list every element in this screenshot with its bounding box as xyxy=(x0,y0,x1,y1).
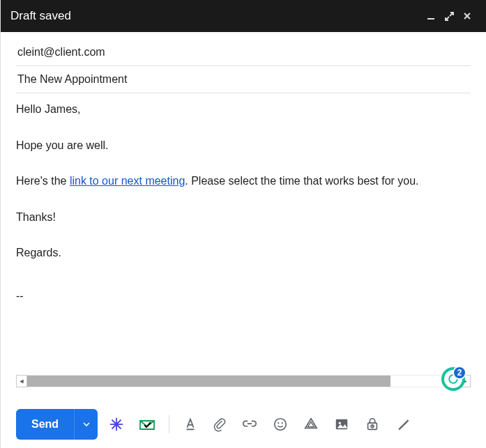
insert-photo-icon[interactable] xyxy=(330,413,354,435)
format-text-icon[interactable] xyxy=(179,413,202,435)
insert-link-icon[interactable] xyxy=(238,413,261,435)
svg-point-10 xyxy=(339,422,341,424)
horizontal-scrollbar[interactable]: ◄ ► 2 xyxy=(16,374,471,388)
body-greeting: Hello James, xyxy=(16,102,471,117)
grammarly-widget[interactable]: 2 xyxy=(441,367,466,392)
scroll-track[interactable] xyxy=(27,375,460,387)
meeting-link[interactable]: link to our next meeting xyxy=(70,175,185,187)
attach-file-icon[interactable] xyxy=(208,413,231,435)
send-button[interactable]: Send xyxy=(16,409,74,440)
svg-point-7 xyxy=(278,422,279,424)
body-regards: Regards. xyxy=(16,245,471,261)
insert-emoji-icon[interactable] xyxy=(268,413,292,435)
insert-signature-icon[interactable] xyxy=(391,413,415,435)
svg-point-4 xyxy=(114,422,119,426)
grammarly-icon: 2 xyxy=(441,367,465,391)
message-body[interactable]: Hello James, Hope you are well. Here's t… xyxy=(16,93,471,374)
svg-point-8 xyxy=(282,422,283,424)
fullscreen-button[interactable] xyxy=(440,11,458,22)
compose-toolbar: Send xyxy=(1,401,486,448)
confidential-mode-icon[interactable] xyxy=(360,413,384,435)
titlebar: Draft saved xyxy=(1,0,486,32)
svg-point-6 xyxy=(275,419,287,431)
extension-icon[interactable] xyxy=(105,413,128,435)
body-line1: Hope you are well. xyxy=(16,138,471,153)
grammarly-badge: 2 xyxy=(453,366,466,380)
body-line2: Here's the link to our next meeting. Ple… xyxy=(16,173,471,189)
compose-content: cleint@client.com The New Appointment He… xyxy=(1,32,486,401)
window-title: Draft saved xyxy=(10,9,422,23)
scroll-thumb[interactable] xyxy=(27,376,390,387)
mail-check-icon[interactable] xyxy=(135,413,159,435)
send-group: Send xyxy=(16,409,98,440)
compose-window: Draft saved cleint@client.com The New Ap… xyxy=(0,0,486,448)
signature-separator: -- xyxy=(16,288,471,304)
send-options-button[interactable] xyxy=(74,409,98,440)
toolbar-separator-1 xyxy=(169,415,169,433)
body-thanks: Thanks! xyxy=(16,210,471,225)
subject-field[interactable]: The New Appointment xyxy=(16,66,471,93)
scroll-left-arrow[interactable]: ◄ xyxy=(16,375,27,387)
insert-drive-icon[interactable] xyxy=(299,413,323,435)
recipients-field[interactable]: cleint@client.com xyxy=(16,39,471,66)
close-button[interactable] xyxy=(458,11,476,21)
minimize-button[interactable] xyxy=(422,11,440,21)
